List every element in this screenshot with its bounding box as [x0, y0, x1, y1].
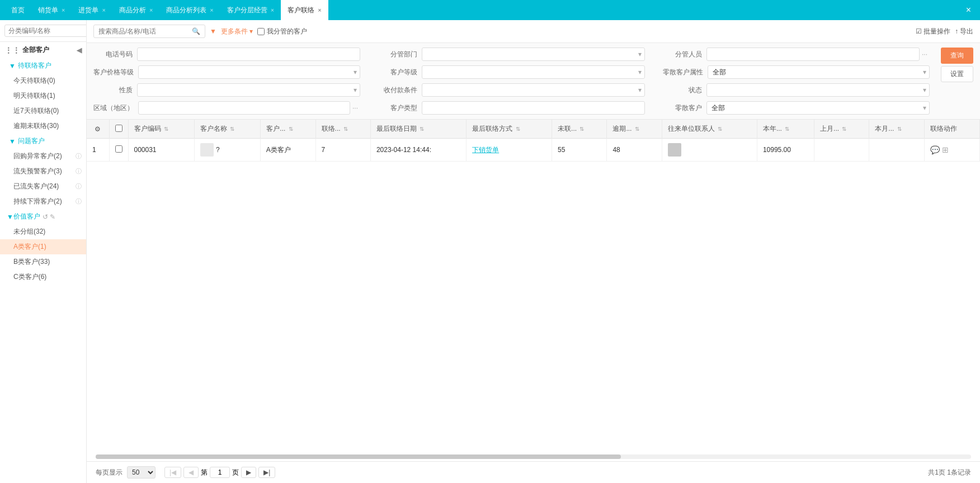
col-type[interactable]: 客户... ⇅ — [261, 120, 315, 139]
col-settings[interactable]: ⚙ — [87, 120, 109, 139]
row-contact: 7 — [315, 139, 370, 162]
filter-status-select[interactable] — [706, 83, 930, 97]
header-actions: ☑ 批量操作 ↑ 导出 — [916, 27, 973, 36]
filter-phone-input[interactable] — [137, 48, 360, 61]
nav-home[interactable]: 首页 — [4, 0, 31, 20]
row-grid-icon[interactable]: ⊞ — [942, 145, 949, 154]
sidebar-item-overdue[interactable]: 逾期未联络(30) — [0, 119, 86, 134]
filter-row-2: 客户价格等级 ▾ 客户等级 — [93, 65, 930, 79]
sidebar-item-churn-warning[interactable]: 流失预警客户(3) ⓘ — [0, 164, 86, 179]
sort-icon-uncontacted: ⇅ — [579, 126, 584, 132]
sidebar: 🔍 ⋮⋮ 全部客户 ◀ ▼ 待联络客户 今天待联络(0) 明天待联络(1) 近7… — [0, 20, 87, 483]
nav-sales-order[interactable]: 销货单 × — [31, 0, 72, 20]
close-product-analysis-list[interactable]: × — [210, 7, 213, 13]
filter-region-input[interactable] — [138, 101, 350, 115]
sidebar-item-c-class[interactable]: C类客户(6) — [0, 269, 86, 285]
close-all-tabs[interactable]: × — [962, 5, 976, 15]
filter-customer-level-wrapper: ▾ — [422, 65, 645, 79]
row-select-checkbox[interactable] — [115, 145, 123, 153]
filter-more-btn-1[interactable]: ··· — [920, 50, 930, 58]
info-icon-2: ⓘ — [76, 167, 82, 176]
filter-payment-select[interactable] — [422, 83, 645, 97]
col-name[interactable]: 客户名称 ⇅ — [194, 120, 260, 139]
filter-retail-customer-select[interactable]: 全部 — [706, 101, 930, 115]
close-customer-segment[interactable]: × — [271, 7, 274, 13]
filter-nature-select[interactable] — [137, 83, 360, 97]
nav-customer-segment[interactable]: 客户分层经营 × — [220, 0, 281, 20]
value-customers-group[interactable]: ▼ 价值客户 ↺ ✎ — [0, 209, 86, 224]
batch-op-btn[interactable]: ☑ 批量操作 — [916, 27, 950, 36]
col-uncontacted[interactable]: 未联... ⇅ — [552, 120, 607, 139]
filter-search-icon[interactable]: 🔍 — [192, 27, 200, 35]
row-last-method[interactable]: 下销货单 — [467, 139, 552, 162]
batch-op-icon: ☑ — [916, 27, 922, 35]
filter-department-select[interactable] — [422, 48, 645, 61]
first-page-btn[interactable]: |◀ — [164, 467, 181, 478]
sidebar-item-repurchase[interactable]: 回购异常客户(2) ⓘ — [0, 149, 86, 164]
nav-product-analysis[interactable]: 商品分析 × — [112, 0, 159, 20]
export-btn[interactable]: ↑ 导出 — [955, 27, 973, 36]
filter-nature-wrapper: ▾ — [137, 83, 360, 97]
row-code: 000031 — [128, 139, 194, 162]
row-this-month — [869, 139, 924, 162]
filter-row-4: 区域（地区） ··· 客户类型 零散客户 — [93, 101, 930, 115]
query-button[interactable]: 查询 — [941, 48, 973, 64]
horizontal-scrollbar[interactable] — [87, 452, 980, 461]
col-contact[interactable]: 联络... ⇅ — [315, 120, 370, 139]
select-all-checkbox[interactable] — [115, 125, 123, 132]
prev-page-btn[interactable]: ◀ — [183, 467, 199, 478]
sidebar-item-today[interactable]: 今天待联络(0) — [0, 73, 86, 88]
close-purchase-order[interactable]: × — [102, 7, 105, 13]
problem-customers-group[interactable]: ▼ 问题客户 — [0, 134, 86, 149]
nav-purchase-order[interactable]: 进货单 × — [72, 0, 112, 20]
col-this-month[interactable]: 本月... ⇅ — [869, 120, 924, 139]
triangle-icon: ▼ — [9, 62, 16, 70]
sidebar-search-input[interactable] — [4, 25, 87, 37]
filter-person-input[interactable] — [706, 48, 920, 61]
scrollbar-thumb[interactable] — [96, 454, 621, 459]
filter-action-buttons: 查询 设置 — [934, 48, 973, 82]
my-customers-label[interactable]: 我分管的客户 — [257, 27, 307, 36]
col-overdue[interactable]: 逾期... ⇅ — [607, 120, 662, 139]
last-page-btn[interactable]: ▶| — [258, 467, 275, 478]
col-last-date[interactable]: 最后联络日期 ⇅ — [370, 120, 466, 139]
col-last-month[interactable]: 上月... ⇅ — [814, 120, 869, 139]
col-code[interactable]: 客户编码 ⇅ — [128, 120, 194, 139]
next-page-btn[interactable]: ▶ — [241, 467, 256, 478]
more-conditions-btn[interactable]: 更多条件 ▾ — [221, 27, 253, 36]
nav-customer-contact[interactable]: 客户联络 × — [281, 0, 328, 20]
col-contact-person[interactable]: 往来单位联系人 ⇅ — [662, 120, 757, 139]
filter-retail-attr-select[interactable]: 全部 — [708, 65, 930, 79]
row-chat-icon[interactable]: 💬 — [930, 145, 940, 154]
sidebar-item-tomorrow[interactable]: 明天待联络(1) — [0, 88, 86, 103]
sidebar-item-declining[interactable]: 持续下滑客户(2) ⓘ — [0, 194, 86, 209]
pending-contact-group[interactable]: ▼ 待联络客户 — [0, 58, 86, 73]
filter-department: 分管部门 ▾ — [378, 48, 645, 61]
page-number-input[interactable] — [210, 467, 230, 478]
row-name[interactable]: ? — [195, 139, 261, 161]
filter-more-btn-2[interactable]: ··· — [350, 104, 360, 112]
sidebar-all-customers[interactable]: ⋮⋮ 全部客户 ◀ — [0, 42, 86, 58]
sidebar-item-b-class[interactable]: B类客户(33) — [0, 254, 86, 269]
settings-button[interactable]: 设置 — [941, 66, 973, 82]
per-page-select[interactable]: 50 100 200 — [127, 466, 156, 479]
sidebar-item-ungroup[interactable]: 未分组(32) — [0, 224, 86, 239]
close-sales-order[interactable]: × — [62, 7, 65, 13]
sidebar-item-7days[interactable]: 近7天待联络(0) — [0, 103, 86, 119]
sidebar-item-churned[interactable]: 已流失客户(24) ⓘ — [0, 179, 86, 194]
col-this-year[interactable]: 本年... ⇅ — [757, 120, 814, 139]
filter-status: 状态 ▾ — [663, 83, 930, 97]
chevron-down-icon: ▾ — [249, 27, 253, 35]
filter-price-level-select[interactable] — [138, 65, 360, 79]
col-last-method[interactable]: 最后联络方式 ⇅ — [467, 120, 552, 139]
close-product-analysis[interactable]: × — [149, 7, 153, 13]
filter-search-input[interactable] — [98, 27, 192, 35]
filter-customer-level-select[interactable] — [422, 65, 645, 79]
close-customer-contact[interactable]: × — [318, 7, 321, 13]
filter-customer-type: 客户类型 — [378, 101, 645, 115]
filter-customer-type-input[interactable] — [422, 101, 645, 115]
sidebar-item-a-class[interactable]: A类客户(1) — [0, 239, 86, 254]
triangle-icon-2: ▼ — [9, 138, 16, 145]
nav-product-analysis-list[interactable]: 商品分析列表 × — [159, 0, 220, 20]
my-customers-checkbox[interactable] — [257, 28, 265, 35]
